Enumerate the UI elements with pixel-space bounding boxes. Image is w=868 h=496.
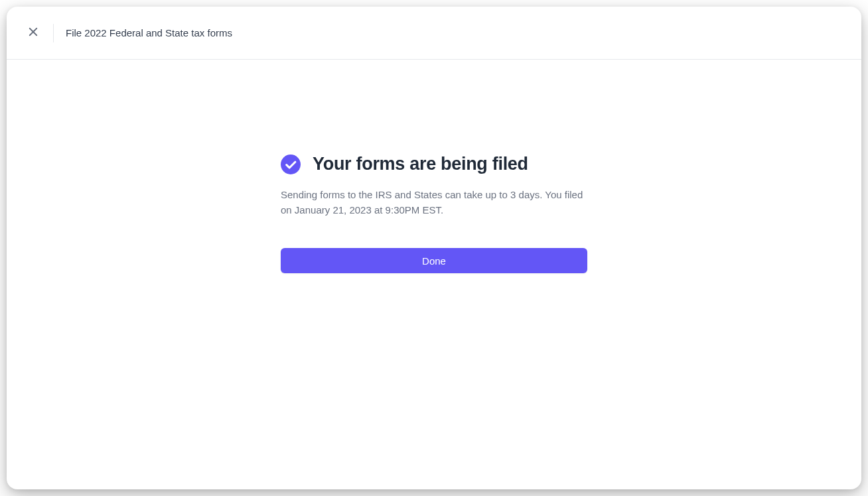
modal-header: File 2022 Federal and State tax forms <box>7 7 861 60</box>
main-title: Your forms are being filed <box>313 154 528 174</box>
check-circle-icon <box>281 155 301 174</box>
close-button[interactable] <box>20 20 46 46</box>
header-title: File 2022 Federal and State tax forms <box>66 27 232 38</box>
close-icon <box>27 26 39 40</box>
title-row: Your forms are being filed <box>281 154 587 174</box>
modal-container: File 2022 Federal and State tax forms Yo… <box>7 7 861 489</box>
done-button[interactable]: Done <box>281 248 587 273</box>
description-text: Sending forms to the IRS and States can … <box>281 188 587 217</box>
modal-content: Your forms are being filed Sending forms… <box>7 60 861 489</box>
content-inner: Your forms are being filed Sending forms… <box>281 154 587 489</box>
header-divider <box>53 24 54 42</box>
svg-point-2 <box>281 155 301 174</box>
